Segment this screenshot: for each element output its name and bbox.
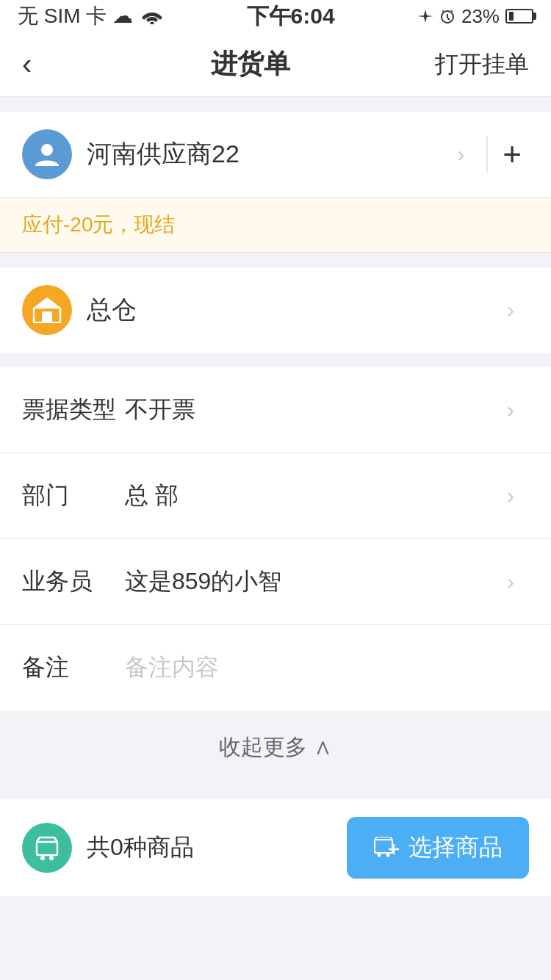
content: 河南供应商22 › + 应付-20元，现结 总仓 › 票据类型 不开票 xyxy=(0,112,551,896)
collapse-label: 收起更多 ∧ xyxy=(219,735,331,759)
open-pending-button[interactable]: 打开挂单 xyxy=(435,48,529,81)
svg-marker-10 xyxy=(34,298,60,309)
notice-bar: 应付-20元，现结 xyxy=(0,198,551,253)
product-icon xyxy=(22,823,72,873)
notice-text: 应付-20元，现结 xyxy=(22,213,175,236)
chevron-right-icon: › xyxy=(507,569,514,594)
person-icon xyxy=(32,140,62,169)
collapse-row[interactable]: 收起更多 ∧ xyxy=(0,710,551,785)
cart-icon xyxy=(32,835,62,861)
svg-point-0 xyxy=(151,22,154,25)
svg-rect-9 xyxy=(42,311,52,323)
warehouse-row[interactable]: 总仓 › xyxy=(0,267,551,353)
chevron-right-icon: › xyxy=(507,483,514,508)
warehouse-icon xyxy=(22,285,72,335)
status-left: 无 SIM 卡 ☁ xyxy=(18,2,164,30)
form-section: 票据类型 不开票 › 部门 总 部 › 业务员 这是859的小智 › 备注 备注… xyxy=(0,367,551,710)
svg-marker-1 xyxy=(417,10,433,23)
svg-point-15 xyxy=(378,854,381,857)
chevron-right-icon: › xyxy=(457,142,464,167)
dept-value: 总 部 xyxy=(125,480,507,512)
alarm-icon xyxy=(439,8,455,24)
status-time: 下午6:04 xyxy=(247,1,335,32)
product-count: 共0种商品 xyxy=(87,832,332,864)
svg-rect-14 xyxy=(375,840,392,853)
svg-point-13 xyxy=(49,856,54,860)
add-supplier-button[interactable]: + xyxy=(495,136,529,173)
remark-placeholder: 备注内容 xyxy=(125,652,529,684)
nav-bar: ‹ 进货单 打开挂单 xyxy=(0,32,551,97)
remark-row[interactable]: 备注 备注内容 xyxy=(0,625,551,710)
svg-point-16 xyxy=(386,854,390,857)
dept-label: 部门 xyxy=(22,480,125,512)
invoice-type-value: 不开票 xyxy=(125,394,507,426)
select-product-label: 选择商品 xyxy=(408,832,503,864)
salesman-label: 业务员 xyxy=(22,566,125,598)
svg-line-5 xyxy=(442,10,444,12)
supplier-row[interactable]: 河南供应商22 › + xyxy=(0,112,551,198)
status-bar: 无 SIM 卡 ☁ 下午6:04 23% xyxy=(0,0,551,32)
warehouse-name: 总仓 xyxy=(87,293,507,327)
house-icon xyxy=(32,297,62,323)
chevron-right-icon: › xyxy=(507,298,514,323)
svg-line-6 xyxy=(451,10,453,12)
chevron-right-icon: › xyxy=(507,397,514,422)
supplier-name: 河南供应商22 xyxy=(87,137,457,171)
svg-point-12 xyxy=(40,856,45,860)
page-title: 进货单 xyxy=(211,46,290,82)
back-button[interactable]: ‹ xyxy=(22,48,66,81)
invoice-type-label: 票据类型 xyxy=(22,394,125,426)
battery-icon xyxy=(505,9,533,24)
select-product-button[interactable]: 选择商品 xyxy=(347,817,529,879)
select-product-icon xyxy=(373,837,400,859)
divider xyxy=(486,136,488,173)
battery-percent: 23% xyxy=(461,5,500,28)
supplier-avatar xyxy=(22,129,72,179)
location-icon xyxy=(417,8,433,24)
dept-row[interactable]: 部门 总 部 › xyxy=(0,453,551,539)
status-right: 23% xyxy=(417,5,533,28)
sim-label: 无 SIM 卡 ☁ xyxy=(18,2,133,30)
supplier-section: 河南供应商22 › + 应付-20元，现结 xyxy=(0,112,551,253)
remark-label: 备注 xyxy=(22,652,125,684)
warehouse-section: 总仓 › xyxy=(0,267,551,353)
svg-line-4 xyxy=(447,18,450,20)
salesman-value: 这是859的小智 xyxy=(125,566,507,598)
salesman-row[interactable]: 业务员 这是859的小智 › xyxy=(0,539,551,625)
invoice-type-row[interactable]: 票据类型 不开票 › xyxy=(0,367,551,453)
svg-point-7 xyxy=(41,144,53,156)
svg-rect-11 xyxy=(37,842,57,855)
bottom-section: 共0种商品 选择商品 xyxy=(0,799,551,896)
wifi-icon xyxy=(140,8,164,24)
